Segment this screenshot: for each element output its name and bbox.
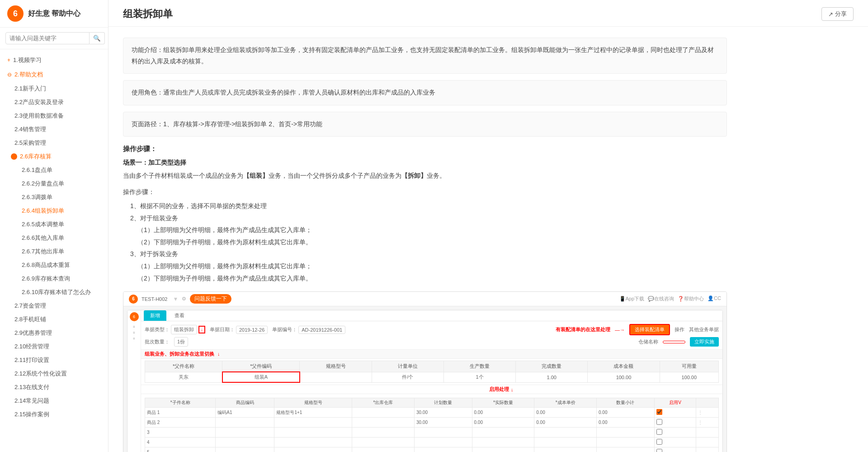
- sc-top-label: TEST-H002: [142, 296, 167, 302]
- sc-icon-online: 💬在线咨询: [648, 295, 674, 302]
- nav-sub-docs: 2.1新手入门 2.2产品安装及登录 2.3使用前数据准备 2.4销售管理 2.…: [0, 82, 108, 421]
- sc-tab-view[interactable]: 查看: [168, 310, 191, 321]
- sc-tab-new[interactable]: 新增: [144, 310, 166, 321]
- sc-left-icon1: ≡: [133, 325, 135, 329]
- sc-choose-bom-btn[interactable]: 选择装配清单: [629, 324, 670, 335]
- screenshot-mockup: 6 TEST-H002 ▼ ⚙ 问题反馈一下 📱App下载 💬在线咨询 ❓帮助中…: [123, 292, 726, 452]
- sc-bth-spec: 规格型号: [274, 398, 352, 408]
- sidebar-item-print[interactable]: 2.11打印设置: [0, 353, 108, 367]
- sc-bth-subtotal: 数量小计: [597, 398, 655, 408]
- sidebar-item-docs[interactable]: ⊖ 2.帮助文档: [0, 67, 108, 82]
- sidebar-item-data-prep[interactable]: 2.3使用前数据准备: [0, 109, 108, 123]
- screenshot-container: 6 TEST-H002 ▼ ⚙ 问题反馈一下 📱App下载 💬在线咨询 ❓帮助中…: [123, 291, 727, 452]
- search-input[interactable]: [5, 32, 90, 44]
- sidebar-item-2610[interactable]: 2.6.10库存账本错了怎么办: [0, 285, 108, 299]
- sc-bot-row5: 5: [145, 447, 719, 452]
- sc-bot-row1: 商品 1 编码A1 规格型号1+1 30.00 0.00 0.00 0.00: [145, 408, 719, 418]
- intro-block-1: 功能介绍：组装拆卸单用来处理企业组装或拆卸等加工业务，支持有固定装配清单的产品加…: [123, 38, 727, 74]
- sc-qty-label: 批次数量：: [145, 338, 170, 345]
- scene1-desc: 当由多个子件材料组装成一个成品的业务为【组装】业务，当由一个父件拆分成多个子产品…: [123, 170, 727, 182]
- share-label: 分享: [835, 10, 847, 18]
- nav-list: + 1.视频学习 ⊖ 2.帮助文档 2.1新手入门 2.2产品安装及登录 2.3…: [0, 49, 108, 452]
- sc-form-no: 单据编号： AD-20191226-001: [272, 326, 345, 334]
- sidebar-label-video: 1.视频学习: [13, 56, 42, 64]
- plus-icon: +: [7, 57, 10, 63]
- sc-qty-value[interactable]: 1份: [174, 337, 188, 347]
- sidebar-item-inventory[interactable]: 2.6库存核算: [0, 150, 108, 163]
- logo-icon: 6: [7, 5, 24, 22]
- sc-annotation2: 组装业务、拆卸业务在这里切换: [145, 351, 214, 357]
- sc-inner-logo: 6: [130, 312, 139, 321]
- sidebar-item-262[interactable]: 2.6.2分量盘点单: [0, 177, 108, 190]
- sc-bth-wh: *出库仓库: [352, 398, 415, 408]
- sidebar-item-265[interactable]: 2.6.5成本调整单: [0, 218, 108, 231]
- main-content: 组装拆卸单 ↗ 分享 功能介绍：组装拆卸单用来处理企业组装或拆卸等加工业务，支持…: [108, 0, 868, 452]
- step3: 3、对于拆装业务: [130, 248, 727, 260]
- sidebar-item-269[interactable]: 2.6.9库存账本查询: [0, 272, 108, 285]
- sc-feedback-btn[interactable]: 问题反馈一下: [190, 294, 231, 304]
- sidebar-label-inventory: 2.6库存核算: [20, 152, 52, 161]
- page-title: 组装拆卸单: [123, 7, 173, 21]
- sc-th-avail: 可用量: [660, 361, 718, 372]
- sc-th-pqty: 生产数量: [443, 361, 515, 372]
- sc-icon-help: ❓帮助中心: [678, 295, 704, 302]
- sc-left-icon3: ≡: [133, 337, 135, 341]
- sc-confirm-btn[interactable]: 立即实施: [690, 337, 719, 347]
- sc-bottom-table: *子件名称 商品编码 规格型号 *出库仓库 计划数量 *实际数量 *成本单价 数…: [145, 398, 719, 452]
- sidebar-item-cases[interactable]: 2.15操作案例: [0, 408, 108, 421]
- intro-block-2: 使用角色：通常由生产人员或库管人员完成拆装业务的操作，库管人员确认原材料的出库和…: [123, 80, 727, 105]
- brand-name: 好生意 帮助中心: [28, 9, 80, 19]
- sidebar-item-263[interactable]: 2.6.3调拨单: [0, 190, 108, 204]
- search-icon: 🔍: [93, 35, 101, 42]
- sc-th-fname: *父件名称: [145, 361, 222, 372]
- sidebar-item-261[interactable]: 2.6.1盘点单: [0, 163, 108, 177]
- sc-bth-ccode: 商品编码: [216, 398, 274, 408]
- sc-th-fcode: *父件编码: [222, 361, 300, 372]
- sidebar-item-install[interactable]: 2.2产品安装及登录: [0, 95, 108, 109]
- steps-label: 操作步骤：: [123, 186, 727, 198]
- sidebar-item-payment[interactable]: 2.13在线支付: [0, 381, 108, 394]
- sidebar-item-beginner[interactable]: 2.1新手入门: [0, 82, 108, 95]
- sidebar-group-docs: ⊖ 2.帮助文档 2.1新手入门 2.2产品安装及登录 2.3使用前数据准备 2…: [0, 67, 108, 421]
- sc-th-cost: 成本金额: [588, 361, 660, 372]
- sc-bot-row4: 4: [145, 438, 719, 447]
- sidebar-item-faq[interactable]: 2.14常见问题: [0, 394, 108, 408]
- search-button[interactable]: 🔍: [90, 32, 105, 44]
- sidebar-item-coupon[interactable]: 2.9优惠券管理: [0, 326, 108, 340]
- circle-icon: [11, 153, 17, 160]
- sc-bth-actqty: *实际数量: [472, 398, 534, 408]
- sc-icon-appdownload: 📱App下载: [619, 295, 645, 302]
- sidebar-item-267[interactable]: 2.6.7其他出库单: [0, 245, 108, 258]
- sidebar-item-mobile[interactable]: 2.8手机旺铺: [0, 313, 108, 326]
- sc-form-type: 单据类型： 组装拆卸 ↓: [145, 325, 205, 334]
- sidebar-header: 6 好生意 帮助中心: [0, 0, 108, 28]
- sc-bth-ops: [696, 398, 719, 408]
- step3-sub1: （1）上部明细为父件明细，最终作为原材料生成其它出库单；: [137, 260, 727, 272]
- sc-th-unit: 计量单位: [372, 361, 443, 372]
- share-button[interactable]: ↗ 分享: [821, 7, 854, 21]
- intro-text-2: 使用角色：通常由生产人员或库管人员完成拆装业务的操作，库管人员确认原材料的出库和…: [132, 89, 435, 96]
- step2: 2、对于组装业务: [130, 212, 727, 224]
- sc-bth-enable: 启用V: [654, 398, 696, 408]
- sidebar-item-268[interactable]: 2.6.8商品成本重算: [0, 258, 108, 272]
- scene1-title: 场景一：加工类型选择: [123, 159, 727, 167]
- sidebar-item-video[interactable]: + 1.视频学习: [0, 53, 108, 67]
- step2-sub1: （1）上部明细为父件明细，最终作为产成品生成其它入库单；: [137, 224, 727, 236]
- sidebar-item-sales[interactable]: 2.4销售管理: [0, 123, 108, 136]
- intro-text-3: 页面路径：1、库存核算->库存管理->组装拆卸单 2、首页->常用功能: [132, 120, 322, 128]
- sidebar-item-personalize[interactable]: 2.12系统个性化设置: [0, 367, 108, 381]
- sc-top-table: *父件名称 *父件编码 规格型号 计量单位 生产数量 完成数量 成本金额 可用量: [145, 361, 719, 383]
- sc-annotation1: 有装配清单的在这里处理: [556, 326, 610, 333]
- sc-app-logo: 6: [129, 295, 138, 304]
- sc-warehouse-input[interactable]: [663, 341, 685, 343]
- search-box: 🔍: [0, 28, 108, 49]
- sc-bth-cname: *子件名称: [145, 398, 216, 408]
- sidebar-item-finance[interactable]: 2.7资金管理: [0, 299, 108, 313]
- sidebar-item-264[interactable]: 2.6.4组装拆卸单: [0, 204, 108, 218]
- sidebar-item-purchase[interactable]: 2.5采购管理: [0, 136, 108, 150]
- sidebar-item-mgmt[interactable]: 2.10经营管理: [0, 340, 108, 353]
- step2-sub2: （2）下部明细为子件明细，最终作为原材料生成其它出库单。: [137, 236, 727, 248]
- sidebar-item-266[interactable]: 2.6.6其他入库单: [0, 231, 108, 245]
- sc-th-cqty: 完成数量: [516, 361, 588, 372]
- sc-top-row1: 关东 组装A 件/个 1个 1.00 100.00 100.00: [145, 372, 719, 382]
